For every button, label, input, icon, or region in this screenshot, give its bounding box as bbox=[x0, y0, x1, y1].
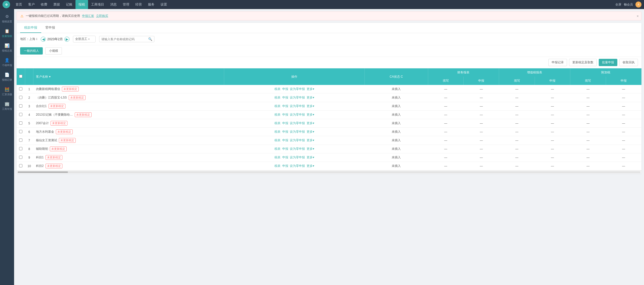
nav-item-tax[interactable]: 报税 bbox=[75, 0, 88, 9]
op-more[interactable]: 更多▾ bbox=[307, 164, 314, 168]
sidebar-item-batch-tax[interactable]: 📋 批量报税 bbox=[0, 26, 14, 40]
sub-tab-general[interactable]: 一般的税人 bbox=[20, 47, 43, 55]
op-set-zero[interactable]: 设为零申报 bbox=[290, 164, 305, 168]
row-checkbox[interactable] bbox=[19, 138, 22, 142]
declaration-record-button[interactable]: 申报记录 bbox=[548, 59, 567, 66]
sidebar-item-annual-report[interactable]: 🏢 工商年报 bbox=[0, 99, 14, 113]
nav-item-client[interactable]: 客户 bbox=[25, 0, 38, 9]
date-prev-button[interactable]: ◀ bbox=[41, 37, 46, 42]
sidebar-item-annual-calc[interactable]: 🧮 汇算清缴 bbox=[0, 84, 14, 99]
search-input[interactable] bbox=[101, 37, 148, 41]
date-next-button[interactable]: ▶ bbox=[64, 37, 69, 42]
nav-item-operation[interactable]: 经营 bbox=[132, 0, 145, 9]
sidebar-item-tax-record[interactable]: 📄 报税记录 bbox=[0, 69, 14, 84]
op-tax-form[interactable]: 税表 bbox=[274, 164, 280, 168]
banner-close-button[interactable]: × bbox=[637, 14, 639, 18]
op-set-zero[interactable]: 设为零申报 bbox=[290, 147, 305, 151]
row-checkbox[interactable] bbox=[19, 164, 22, 167]
batch-icon: 📋 bbox=[4, 28, 10, 34]
nav-item-service[interactable]: 服务 bbox=[145, 0, 157, 9]
op-tax-form[interactable]: 税表 bbox=[274, 121, 280, 125]
collect-receipt-button[interactable]: 收取回执 bbox=[619, 59, 638, 66]
row-checkbox[interactable] bbox=[19, 96, 22, 99]
op-declare[interactable]: 申报 bbox=[282, 121, 288, 125]
sidebar-item-tax-settings[interactable]: ⚙ 报税设置 bbox=[0, 11, 14, 26]
sidebar-item-tax-overview[interactable]: 📊 报税总览 bbox=[0, 40, 14, 55]
nav-item-fee[interactable]: 收费 bbox=[38, 0, 50, 9]
nav-item-invoice[interactable]: 票据 bbox=[50, 0, 63, 9]
member-button[interactable]: 畅会员 bbox=[624, 3, 633, 7]
nav-item-commerce[interactable]: 工商项目 bbox=[88, 0, 107, 9]
op-more[interactable]: 更多▾ bbox=[307, 138, 314, 142]
row-no: 8 bbox=[25, 145, 33, 153]
tab-zero-declaration[interactable]: 零申报 bbox=[41, 23, 59, 33]
row-checkbox[interactable] bbox=[19, 147, 22, 150]
op-tax-form[interactable]: 税表 bbox=[274, 113, 280, 116]
op-tax-form[interactable]: 税表 bbox=[274, 130, 280, 133]
row-checkbox[interactable] bbox=[19, 113, 22, 116]
op-set-zero[interactable]: 设为零申报 bbox=[290, 130, 305, 133]
row-checkbox[interactable] bbox=[19, 121, 22, 125]
op-set-zero[interactable]: 设为零申报 bbox=[290, 121, 305, 125]
nav-item-manage[interactable]: 管理 bbox=[120, 0, 132, 9]
staff-selector[interactable]: 全部员工 ▾ bbox=[73, 36, 96, 42]
op-declare[interactable]: 申报 bbox=[282, 147, 288, 151]
sidebar-item-personal-tax[interactable]: 👤 个税申报 bbox=[0, 55, 14, 69]
row-fin-fill: — bbox=[428, 102, 463, 111]
banner-link-buy[interactable]: 立即购买 bbox=[96, 14, 108, 18]
op-more[interactable]: 更多▾ bbox=[307, 121, 314, 125]
op-declare[interactable]: 申报 bbox=[282, 164, 288, 168]
nav-item-bookkeeping[interactable]: 记账 bbox=[63, 0, 75, 9]
nav-item-home[interactable]: 首页 bbox=[13, 0, 25, 9]
scroll-thumb[interactable] bbox=[18, 171, 68, 173]
op-set-zero[interactable]: 设为零申报 bbox=[290, 104, 305, 108]
op-more[interactable]: 更多▾ bbox=[307, 113, 314, 116]
info-icon[interactable]: ℹ bbox=[36, 37, 37, 41]
op-declare[interactable]: 申报 bbox=[282, 130, 288, 133]
sub-tab-small[interactable]: 小规模 bbox=[45, 47, 62, 55]
select-all-checkbox[interactable] bbox=[19, 75, 22, 78]
tab-tax-declaration[interactable]: 税款申报 bbox=[20, 23, 41, 33]
batch-declare-button[interactable]: 批量申报 bbox=[599, 59, 617, 66]
op-set-zero[interactable]: 设为零申报 bbox=[290, 87, 305, 91]
row-checkbox[interactable] bbox=[19, 156, 22, 159]
op-set-zero[interactable]: 设为零申报 bbox=[290, 156, 305, 159]
op-more[interactable]: 更多▾ bbox=[307, 96, 314, 99]
unverified-tag: 未更新税定 bbox=[46, 155, 62, 160]
op-more[interactable]: 更多▾ bbox=[307, 104, 314, 108]
op-more[interactable]: 更多▾ bbox=[307, 87, 314, 91]
fullscreen-button[interactable]: 全屏 bbox=[615, 3, 621, 7]
nav-item-message[interactable]: 消息 bbox=[107, 0, 120, 9]
row-checkbox[interactable] bbox=[19, 87, 22, 90]
op-more[interactable]: 更多▾ bbox=[307, 147, 314, 151]
op-declare[interactable]: 申报 bbox=[282, 113, 288, 116]
row-fin-report: — bbox=[463, 128, 499, 136]
update-tax-button[interactable]: 更新税定及取数 bbox=[569, 59, 597, 66]
op-tax-form[interactable]: 税表 bbox=[274, 138, 280, 142]
unverified-tag: 未更新税定 bbox=[69, 95, 86, 100]
op-declare[interactable]: 申报 bbox=[282, 87, 288, 91]
banner-link-report[interactable]: 申报汇签 bbox=[82, 14, 94, 18]
op-more[interactable]: 更多▾ bbox=[307, 130, 314, 133]
op-declare[interactable]: 申报 bbox=[282, 156, 288, 159]
op-tax-form[interactable]: 税表 bbox=[274, 156, 280, 159]
row-checkbox-cell bbox=[17, 102, 25, 111]
row-checkbox[interactable] bbox=[19, 130, 22, 133]
search-icon[interactable]: 🔍 bbox=[148, 37, 152, 41]
op-set-zero[interactable]: 设为零申报 bbox=[290, 138, 305, 142]
op-declare[interactable]: 申报 bbox=[282, 96, 288, 99]
op-more[interactable]: 更多▾ bbox=[307, 156, 314, 159]
op-tax-form[interactable]: 税表 bbox=[274, 96, 280, 99]
op-tax-form[interactable]: 税表 bbox=[274, 87, 280, 91]
op-declare[interactable]: 申报 bbox=[282, 104, 288, 108]
nav-item-settings[interactable]: 设置 bbox=[157, 0, 170, 9]
row-checkbox[interactable] bbox=[19, 104, 22, 108]
horizontal-scrollbar[interactable] bbox=[17, 170, 641, 173]
op-tax-form[interactable]: 税表 bbox=[274, 104, 280, 108]
calc-icon: 🧮 bbox=[4, 86, 10, 92]
op-declare[interactable]: 申报 bbox=[282, 138, 288, 142]
op-set-zero[interactable]: 设为零申报 bbox=[290, 113, 305, 116]
op-set-zero[interactable]: 设为零申报 bbox=[290, 96, 305, 99]
row-add-fill: — bbox=[570, 145, 606, 153]
op-tax-form[interactable]: 税表 bbox=[274, 147, 280, 151]
